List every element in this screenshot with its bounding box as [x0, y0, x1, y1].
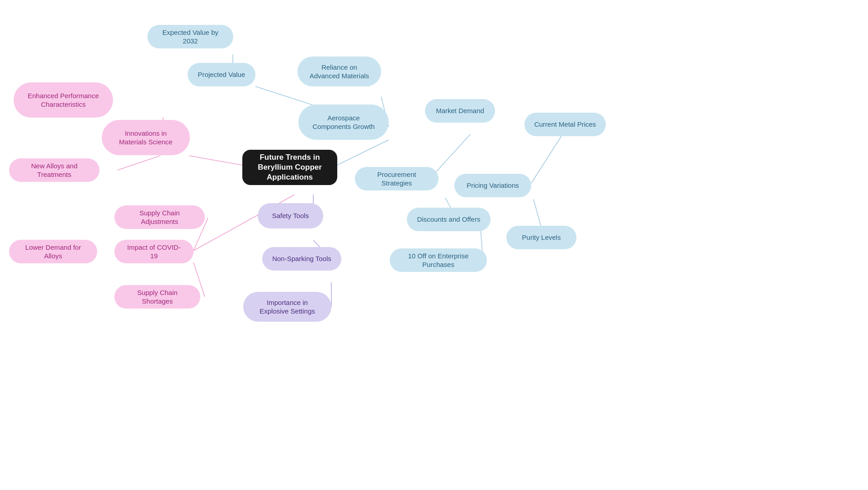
safety-tools-node: Safety Tools	[258, 203, 323, 228]
supply-shortages-node: Supply Chain Shortages	[114, 285, 200, 309]
non-sparking-node: Non-Sparking Tools	[262, 247, 341, 271]
pricing-node: Pricing Variations	[454, 174, 531, 197]
enhanced-node: Enhanced Performance Characteristics	[14, 82, 113, 118]
reliance-node: Reliance on Advanced Materials	[297, 57, 381, 86]
market-demand-node: Market Demand	[425, 99, 495, 123]
new-alloys-node: New Alloys and Treatments	[9, 158, 99, 182]
procurement-node: Procurement Strategies	[355, 167, 439, 190]
importance-node: Importance in Explosive Settings	[243, 292, 331, 322]
discounts-node: Discounts and Offers	[407, 208, 491, 231]
svg-line-12	[434, 134, 470, 174]
purity-node: Purity Levels	[506, 226, 576, 249]
svg-line-13	[531, 130, 565, 183]
aerospace-node: Aerospace Components Growth	[298, 105, 389, 140]
svg-line-9	[118, 156, 160, 170]
expected-value-node: Expected Value by 2032	[147, 25, 233, 48]
projected-value-node: Projected Value	[188, 63, 255, 86]
center-node: Future Trends in Beryllium Copper Applic…	[242, 150, 337, 185]
enterprise-node: 10 Off on Enterprise Purchases	[390, 248, 487, 272]
innovations-node: Innovations in Materials Science	[102, 120, 190, 155]
current-metal-node: Current Metal Prices	[524, 113, 606, 136]
supply-chain-adj-node: Supply Chain Adjustments	[114, 205, 205, 229]
impact-covid-node: Impact of COVID-19	[114, 240, 193, 263]
lower-demand-node: Lower Demand for Alloys	[9, 240, 97, 263]
